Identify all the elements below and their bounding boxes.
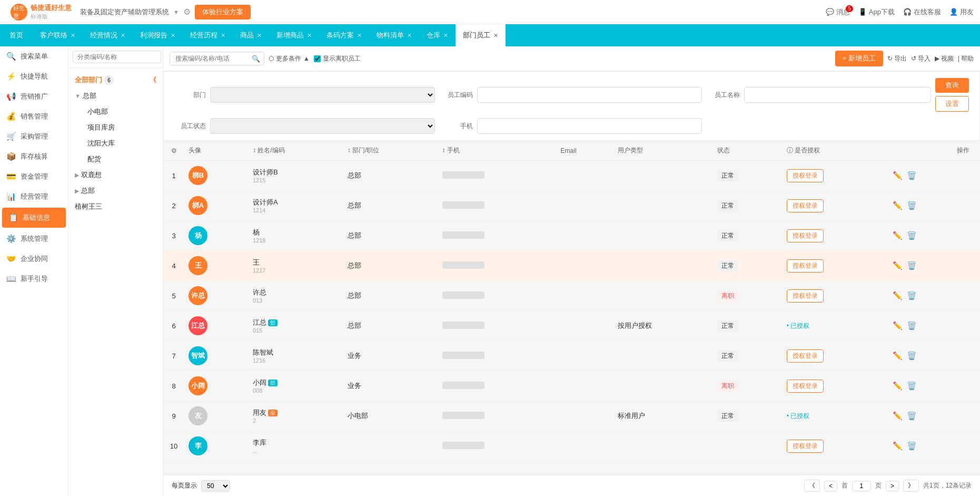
next-page-btn[interactable]: >: [886, 481, 899, 491]
sidebar-item-search[interactable]: 🔍 搜索菜单: [0, 46, 68, 66]
close-icon[interactable]: ✕: [443, 32, 448, 39]
msg-btn[interactable]: 💬 消息 5: [826, 7, 850, 17]
sidebar-item-collab[interactable]: 🤝 企业协同: [0, 249, 68, 269]
tab-operation[interactable]: 经营情况 ✕: [83, 24, 133, 46]
help-btn[interactable]: | 帮助: [958, 54, 974, 63]
edit-icon[interactable]: ✏️: [893, 261, 903, 270]
expand-icon-3[interactable]: ▶: [75, 188, 79, 194]
col-phone[interactable]: ↕ 手机: [438, 141, 557, 161]
expand-icon[interactable]: ▼: [75, 93, 81, 99]
sidebar-item-marketing[interactable]: 📢 营销推广: [0, 86, 68, 106]
delete-icon[interactable]: 🗑️: [907, 201, 917, 210]
page-input[interactable]: [852, 481, 871, 491]
dept-group-head[interactable]: ▼ 总部: [68, 88, 163, 104]
tab-warehouse[interactable]: 仓库 ✕: [419, 24, 456, 46]
edit-icon[interactable]: ✏️: [893, 441, 903, 451]
close-icon[interactable]: ✕: [257, 32, 262, 39]
dept-search-input[interactable]: [73, 51, 161, 63]
delete-icon[interactable]: 🗑️: [907, 171, 917, 180]
tab-history[interactable]: 经营历程 ✕: [183, 24, 233, 46]
auth-btn[interactable]: 授权登录: [787, 349, 824, 363]
close-icon[interactable]: ✕: [493, 32, 498, 39]
show-resigned-label[interactable]: 显示离职员工: [314, 54, 361, 63]
edit-icon[interactable]: ✏️: [893, 231, 903, 240]
dept-item-xiaodian[interactable]: 小电部: [81, 104, 163, 120]
edit-icon[interactable]: ✏️: [893, 411, 903, 421]
dept-item-project[interactable]: 项目库房: [81, 120, 163, 135]
auth-btn[interactable]: 授权登录: [787, 289, 824, 303]
all-dept-item[interactable]: 全部部门 6 《: [68, 72, 163, 88]
col-name[interactable]: ↕ 姓名/编码: [249, 141, 343, 161]
collapse-icon[interactable]: 《: [150, 75, 156, 85]
user-menu[interactable]: 👤 用友: [949, 7, 974, 17]
edit-icon[interactable]: ✏️: [893, 321, 903, 330]
dropdown-arrow[interactable]: ▼: [173, 9, 179, 15]
dept-count-btn[interactable]: 6: [104, 75, 114, 85]
delete-icon[interactable]: 🗑️: [907, 231, 917, 240]
sidebar-item-purchase[interactable]: 🛒 采购管理: [0, 127, 68, 147]
close-icon[interactable]: ✕: [307, 32, 312, 39]
sidebar-item-basic[interactable]: 📋 基础信息: [2, 208, 66, 228]
dept-item-shenyang[interactable]: 沈阳大库: [81, 135, 163, 151]
edit-icon[interactable]: ✏️: [893, 201, 903, 210]
online-service-btn[interactable]: 🎧 在线客服: [903, 7, 941, 17]
search-input[interactable]: [170, 52, 264, 65]
close-icon[interactable]: ✕: [171, 32, 175, 39]
delete-icon[interactable]: 🗑️: [907, 261, 917, 270]
delete-icon[interactable]: 🗑️: [907, 321, 917, 330]
sidebar-item-system[interactable]: ⚙️ 系统管理: [0, 229, 68, 249]
close-icon[interactable]: ✕: [407, 32, 412, 39]
tab-profit[interactable]: 利润报告 ✕: [133, 24, 183, 46]
close-icon[interactable]: ✕: [357, 32, 362, 39]
sidebar-item-business[interactable]: 📊 经营管理: [0, 187, 68, 207]
edit-icon[interactable]: ✏️: [893, 171, 903, 180]
tab-barcode[interactable]: 条码方案 ✕: [319, 24, 369, 46]
tab-customer[interactable]: 客户联络 ✕: [33, 24, 83, 46]
import-btn[interactable]: ↺ 导入: [911, 54, 930, 63]
gear-icon[interactable]: ⚙: [183, 7, 191, 17]
auth-btn[interactable]: 授权登录: [787, 440, 824, 453]
filter-status-select[interactable]: [210, 118, 435, 134]
try-btn[interactable]: 体验行业方案: [195, 5, 251, 20]
edit-icon[interactable]: ✏️: [893, 291, 903, 300]
query-btn[interactable]: 查询: [935, 78, 969, 93]
sidebar-item-guide[interactable]: 📖 新手引导: [0, 269, 68, 289]
expand-icon-2[interactable]: ▶: [75, 172, 79, 179]
tab-new-goods[interactable]: 新增商品 ✕: [269, 24, 319, 46]
auth-btn[interactable]: 授权登录: [787, 199, 824, 212]
sidebar-item-finance[interactable]: 💳 资金管理: [0, 167, 68, 187]
page-size-select[interactable]: 50 100 200: [201, 480, 230, 492]
first-page-btn[interactable]: 《: [804, 480, 820, 492]
add-employee-btn[interactable]: + 新增员工: [835, 51, 883, 66]
delete-icon[interactable]: 🗑️: [907, 351, 917, 361]
reset-btn[interactable]: 设置: [935, 96, 969, 112]
delete-icon[interactable]: 🗑️: [907, 381, 917, 391]
close-icon[interactable]: ✕: [221, 32, 225, 39]
app-download-btn[interactable]: 📱 App下载: [858, 7, 895, 17]
tab-goods[interactable]: 商品 ✕: [233, 24, 269, 46]
col-dept[interactable]: ↕ 部门/职位: [343, 141, 438, 161]
edit-icon[interactable]: ✏️: [893, 381, 903, 391]
filter-name-input[interactable]: [744, 87, 931, 103]
edit-icon[interactable]: ✏️: [893, 351, 903, 361]
filter-dept-select[interactable]: [210, 87, 435, 103]
sidebar-item-inventory[interactable]: 📦 库存核算: [0, 147, 68, 167]
dept-item-zhishu[interactable]: 植树王三: [68, 199, 163, 215]
filter-phone-input[interactable]: [477, 118, 702, 134]
dept-item-distribution[interactable]: 配货: [81, 151, 163, 167]
auth-btn[interactable]: 授权登录: [787, 259, 824, 273]
close-icon[interactable]: ✕: [71, 32, 75, 39]
filter-more-btn[interactable]: ⬡ 更多条件 ▲: [269, 54, 310, 63]
delete-icon[interactable]: 🗑️: [907, 291, 917, 300]
filter-code-input[interactable]: [477, 87, 702, 103]
sidebar-item-quick[interactable]: ⚡ 快捷导航: [0, 66, 68, 86]
auth-btn[interactable]: 授权登录: [787, 229, 824, 242]
close-icon[interactable]: ✕: [121, 32, 125, 39]
show-resigned-checkbox[interactable]: [314, 55, 321, 62]
tab-dept-staff[interactable]: 部门员工 ✕: [456, 24, 506, 46]
prev-page-btn[interactable]: <: [824, 481, 837, 491]
delete-icon[interactable]: 🗑️: [907, 441, 917, 451]
export-btn[interactable]: ↻ 导出: [887, 54, 907, 63]
auth-btn[interactable]: 授权登录: [787, 169, 824, 182]
view-btn[interactable]: ▶ 视频: [935, 54, 954, 63]
